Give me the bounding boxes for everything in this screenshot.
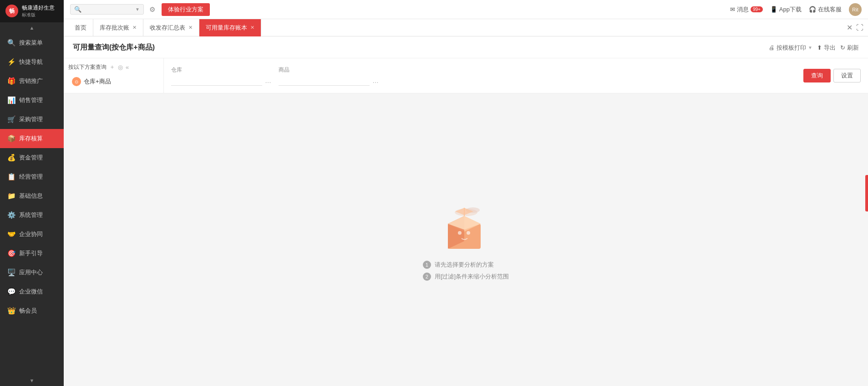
search-dropdown-icon[interactable]: ▼ [135,7,140,12]
enterprise-icon: 🤝 [7,230,15,238]
sidebar-item-label: 畅会员 [19,307,37,315]
search-icon: 🔍 [7,39,15,47]
settings-scheme-icon[interactable]: ◎ [118,64,123,71]
print-dropdown-icon[interactable]: ▼ [808,45,812,50]
empty-hints: 1请先选择要分析的方案2用[过滤]条件来缩小分析范围 [423,261,509,281]
add-scheme-icon[interactable]: ＋ [109,63,115,71]
tab-label: 首页 [75,24,86,32]
sidebar-item-label: 企业协同 [19,230,43,238]
sidebar-brand: 畅康通好生意 标准版 [22,5,55,18]
sidebar-item-search[interactable]: 🔍搜索菜单 [0,33,64,52]
finance-icon: 💰 [7,154,15,162]
hint-text: 请先选择要分析的方案 [435,261,494,269]
sidebar-item-guide[interactable]: 🎯新手引导 [0,244,64,263]
close-window-button[interactable]: ✕ [847,23,853,32]
page-title: 可用量查询(按仓库+商品) [73,43,155,58]
phone-icon: 📱 [770,6,777,13]
warehouse-input-row: … [171,76,271,86]
message-button[interactable]: ✉ 消息 99+ [730,5,763,14]
svg-point-5 [458,231,462,235]
inventory-icon: 📦 [7,134,15,143]
sidebar-item-purchase[interactable]: 🛒采购管理 [0,110,64,129]
print-button[interactable]: 🖨 按模板打印 ▼ [769,44,812,52]
tab-summary[interactable]: 收发存汇总表✕ [143,19,199,36]
operations-icon: 📋 [7,173,15,181]
sidebar-item-wechat[interactable]: 💬企业微信 [0,282,64,301]
sidebar-item-apps[interactable]: 🖥️应用中心 [0,263,64,282]
empty-illustration [439,199,493,253]
guide-icon: 🎯 [7,249,15,257]
warehouse-input[interactable] [171,76,262,86]
hint-number: 1 [423,261,431,269]
hint-number: 2 [423,273,431,281]
filter-product-field: 商品 … [279,66,379,86]
tab-label: 库存批次账 [100,24,129,32]
scheme-item-warehouse-product[interactable]: ⊙ 仓库+商品 [68,75,159,88]
settings-button[interactable]: 设置 [833,69,861,82]
tabbar: 首页库存批次账✕收发存汇总表✕可用量库存账本✕ ✕ ⛶ [64,19,868,36]
export-icon: ⬆ [817,44,822,51]
collapse-icon[interactable]: « [126,64,129,71]
warehouse-more-icon[interactable]: … [265,77,271,84]
sidebar-scroll-up[interactable]: ▲ [0,22,64,33]
sidebar-item-sales[interactable]: 📊销售管理 [0,91,64,110]
online-service-button[interactable]: 🎧 在线客服 [809,5,842,14]
sidebar-item-label: 企业微信 [19,288,43,296]
filter-actions: 查询 设置 [803,69,861,82]
content-area: 可用量查询(按仓库+商品) 🖨 按模板打印 ▼ ⬆ 导出 ↻ 刷新 [64,36,868,386]
expand-window-button[interactable]: ⛶ [856,24,863,32]
sidebar-header: 畅 畅康通好生意 标准版 [0,0,64,22]
query-button[interactable]: 查询 [803,69,831,82]
sidebar-item-label: 采购管理 [19,115,43,124]
page-header-actions: 🖨 按模板打印 ▼ ⬆ 导出 ↻ 刷新 [769,44,859,57]
sidebar-item-enterprise[interactable]: 🤝企业协同 [0,225,64,244]
export-button[interactable]: ⬆ 导出 [817,44,836,52]
trial-button[interactable]: 体验行业方案 [162,3,210,16]
tab-available[interactable]: 可用量库存账本✕ [199,19,261,36]
tab-close-available[interactable]: ✕ [250,25,254,31]
user-avatar[interactable]: Rit [849,3,862,16]
product-more-icon[interactable]: … [372,77,379,84]
sidebar-item-marketing[interactable]: 🎁营销推广 [0,72,64,91]
filter-panel: 按以下方案查询 ＋ ◎ « ⊙ 仓库+商品 仓库 … [64,58,868,93]
marketing-icon: 🎁 [7,77,15,85]
sidebar-item-operations[interactable]: 📋经营管理 [0,167,64,186]
sidebar-scroll-down[interactable]: ▼ [0,375,64,386]
print-icon: 🖨 [769,44,775,51]
svg-point-6 [467,231,470,235]
filter-schemes: 按以下方案查询 ＋ ◎ « ⊙ 仓库+商品 [64,58,164,93]
sidebar-item-label: 经营管理 [19,173,43,181]
empty-hint-1: 1请先选择要分析的方案 [423,261,509,269]
filter-warehouse-field: 仓库 … [171,66,271,86]
tab-close-batch[interactable]: ✕ [132,25,137,31]
sidebar-item-label: 营销推广 [19,77,43,85]
sidebar-item-basic[interactable]: 📁基础信息 [0,186,64,206]
wechat-icon: 💬 [7,288,15,296]
sidebar-item-member[interactable]: 👑畅会员 [0,301,64,320]
settings-icon[interactable]: ⚙ [149,5,155,14]
hint-text: 用[过滤]条件来缩小分析范围 [435,273,509,281]
product-input[interactable] [279,76,370,86]
tab-label: 收发存汇总表 [150,24,185,32]
sidebar-item-label: 库存核算 [19,134,43,143]
sidebar-item-inventory[interactable]: 📦库存核算 [0,129,64,148]
system-icon: ⚙️ [7,211,15,219]
sidebar-item-label: 基础信息 [19,192,43,200]
sidebar-item-label: 销售管理 [19,96,43,104]
tab-close-summary[interactable]: ✕ [188,25,193,31]
app-download-button[interactable]: 📱 App下载 [770,5,802,14]
sidebar-item-system[interactable]: ⚙️系统管理 [0,206,64,225]
sidebar-item-label: 快捷导航 [19,58,43,66]
member-icon: 👑 [7,307,15,315]
sidebar-item-label: 新手引导 [19,249,43,257]
search-input[interactable] [83,6,133,13]
sidebar-item-finance[interactable]: 💰资金管理 [0,148,64,167]
main-area: 🔍 ▼ ⚙ 体验行业方案 ✉ 消息 99+ 📱 App下载 🎧 在线客服 Rit [64,0,868,386]
refresh-button[interactable]: ↻ 刷新 [840,44,859,52]
warehouse-label: 仓库 [171,66,271,74]
tab-batch[interactable]: 库存批次账✕ [93,19,143,36]
sidebar-item-shortcut[interactable]: ⚡快捷导航 [0,52,64,72]
tab-home[interactable]: 首页 [68,19,93,36]
sidebar-nav: 🔍搜索菜单⚡快捷导航🎁营销推广📊销售管理🛒采购管理📦库存核算💰资金管理📋经营管理… [0,33,64,375]
scheme-label: 仓库+商品 [84,77,111,86]
